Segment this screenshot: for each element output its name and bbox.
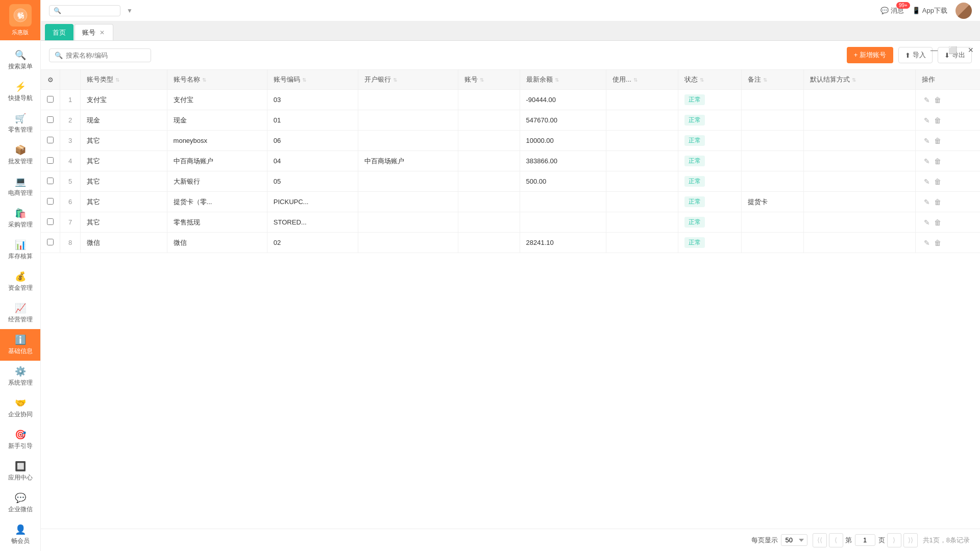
col-name[interactable]: 账号名称⇅ bbox=[167, 70, 267, 90]
sidebar-item-guide[interactable]: 🎯 新手引导 bbox=[0, 424, 40, 456]
minimize-button[interactable]: — bbox=[925, 41, 943, 59]
sidebar-item-finance[interactable]: 💰 资金管理 bbox=[0, 266, 40, 297]
edit-button[interactable]: ✎ bbox=[922, 95, 932, 105]
col-balance[interactable]: 最新余额⇅ bbox=[520, 70, 606, 90]
edit-button[interactable]: ✎ bbox=[922, 217, 932, 228]
row-checkbox[interactable] bbox=[47, 96, 54, 103]
edit-button[interactable]: ✎ bbox=[922, 238, 932, 248]
row-checkbox[interactable] bbox=[47, 116, 54, 123]
page-word-after: 页 bbox=[878, 536, 885, 545]
row-checkbox[interactable] bbox=[47, 198, 54, 205]
row-checkbox[interactable] bbox=[47, 137, 54, 143]
sidebar-item-purchase[interactable]: 🛍️ 采购管理 bbox=[0, 203, 40, 234]
sidebar-item-ecommerce[interactable]: 💻 电商管理 bbox=[0, 171, 40, 203]
table-cell: ✎🗑 bbox=[915, 151, 980, 171]
table-cell bbox=[458, 131, 520, 151]
app-download-button[interactable]: 📱 App下载 bbox=[912, 6, 947, 15]
page-number-input[interactable] bbox=[855, 534, 875, 546]
edit-button[interactable]: ✎ bbox=[922, 197, 932, 207]
sidebar-item-agreement[interactable]: 🤝 企业协同 bbox=[0, 392, 40, 424]
guide-icon: 🎯 bbox=[15, 429, 26, 440]
last-page-button[interactable]: ⟩⟩ bbox=[903, 533, 918, 547]
col-status[interactable]: 状态⇅ bbox=[678, 70, 741, 90]
sidebar-item-wholesale[interactable]: 📦 批发管理 bbox=[0, 139, 40, 171]
tab-account[interactable]: 账号 ✕ bbox=[75, 24, 113, 40]
sidebar-item-inventory[interactable]: 📊 库存核算 bbox=[0, 234, 40, 266]
maximize-button[interactable]: ⬜ bbox=[943, 41, 962, 59]
col-usage[interactable]: 使用...⇅ bbox=[606, 70, 678, 90]
delete-button[interactable]: 🗑 bbox=[932, 136, 943, 146]
sidebar-item-member[interactable]: 👤 畅会员 bbox=[0, 519, 40, 550]
delete-button[interactable]: 🗑 bbox=[932, 95, 943, 105]
prev-page-button[interactable]: ⟨ bbox=[829, 533, 843, 547]
close-button[interactable]: ✕ bbox=[962, 41, 980, 59]
sidebar-item-label: 快捷导航 bbox=[8, 94, 33, 103]
table-cell bbox=[606, 90, 678, 110]
col-bank[interactable]: 开户银行⇅ bbox=[358, 70, 458, 90]
row-checkbox[interactable] bbox=[47, 218, 54, 225]
header-search[interactable]: 🔍 bbox=[49, 5, 120, 16]
main-area: 🔍 ▼ 💬 消息 99+ 📱 App下载 首页 账号 ✕ bbox=[41, 0, 980, 551]
next-page-button[interactable]: ⟩ bbox=[887, 533, 901, 547]
user-avatar[interactable] bbox=[955, 3, 972, 19]
col-code[interactable]: 账号编码⇅ bbox=[267, 70, 358, 90]
account-search-box[interactable]: 🔍 bbox=[49, 48, 151, 62]
sidebar-item-label: 基础信息 bbox=[8, 347, 33, 356]
table-cell bbox=[803, 212, 915, 233]
sidebar-item-app-center[interactable]: 🔲 应用中心 bbox=[0, 456, 40, 487]
tab-home[interactable]: 首页 bbox=[45, 24, 74, 40]
col-account[interactable]: 账号⇅ bbox=[458, 70, 520, 90]
tab-close-icon[interactable]: ✕ bbox=[99, 29, 106, 37]
header-dropdown-arrow[interactable]: ▼ bbox=[127, 7, 133, 14]
table-cell: PICKUPC... bbox=[267, 192, 358, 212]
edit-button[interactable]: ✎ bbox=[922, 115, 932, 126]
first-page-button[interactable]: ⟨⟨ bbox=[813, 533, 827, 547]
table-cell bbox=[41, 151, 60, 171]
table-cell bbox=[41, 212, 60, 233]
table-cell: 正常 bbox=[678, 192, 741, 212]
table-cell bbox=[606, 151, 678, 171]
tab-bar: 首页 账号 ✕ bbox=[41, 21, 980, 41]
app-subtitle: 乐惠版 bbox=[12, 29, 29, 36]
delete-button[interactable]: 🗑 bbox=[932, 156, 943, 166]
sidebar-item-system[interactable]: ⚙️ 系统管理 bbox=[0, 361, 40, 392]
delete-button[interactable]: 🗑 bbox=[932, 217, 943, 228]
col-type[interactable]: 账号类型⇅ bbox=[81, 70, 167, 90]
delete-button[interactable]: 🗑 bbox=[932, 115, 943, 126]
delete-button[interactable]: 🗑 bbox=[932, 197, 943, 207]
edit-button[interactable]: ✎ bbox=[922, 136, 932, 146]
table-cell: 05 bbox=[267, 171, 358, 192]
table-cell: 大新银行 bbox=[167, 171, 267, 192]
sidebar-item-enterprise-wechat[interactable]: 💬 企业微信 bbox=[0, 487, 40, 519]
table-cell bbox=[520, 192, 606, 212]
add-account-button[interactable]: + 新增账号 bbox=[847, 47, 893, 63]
row-checkbox[interactable] bbox=[47, 239, 54, 245]
sidebar-item-search[interactable]: 🔍 搜索菜单 bbox=[0, 44, 40, 76]
import-label: 导入 bbox=[913, 51, 926, 60]
col-remark[interactable]: 备注⇅ bbox=[741, 70, 803, 90]
table-row: 2现金现金01547670.00正常✎🗑 bbox=[41, 110, 980, 131]
app-center-icon: 🔲 bbox=[15, 461, 26, 472]
delete-button[interactable]: 🗑 bbox=[932, 177, 943, 187]
sidebar-item-basic[interactable]: ℹ️ 基础信息 bbox=[0, 329, 40, 361]
col-settings[interactable]: ⚙ bbox=[41, 70, 60, 90]
message-badge: 99+ bbox=[896, 2, 910, 9]
row-checkbox[interactable] bbox=[47, 178, 54, 184]
sidebar-item-quick-nav[interactable]: ⚡ 快捷导航 bbox=[0, 76, 40, 108]
row-checkbox[interactable] bbox=[47, 157, 54, 164]
table-cell: 中百商场账户 bbox=[167, 151, 267, 171]
search-input[interactable] bbox=[66, 52, 145, 59]
page-size-select[interactable]: 50 10 20 100 bbox=[781, 534, 807, 546]
delete-button[interactable]: 🗑 bbox=[932, 238, 943, 248]
table-row: 6其它提货卡（零...PICKUPC...正常提货卡✎🗑 bbox=[41, 192, 980, 212]
table-cell: 03 bbox=[267, 90, 358, 110]
edit-button[interactable]: ✎ bbox=[922, 177, 932, 187]
edit-button[interactable]: ✎ bbox=[922, 156, 932, 166]
table-cell: 4 bbox=[60, 151, 81, 171]
sidebar-item-operation[interactable]: 📈 经营管理 bbox=[0, 297, 40, 329]
col-default-settle[interactable]: 默认结算方式⇅ bbox=[803, 70, 915, 90]
table-cell bbox=[458, 212, 520, 233]
sidebar-item-retail[interactable]: 🛒 零售管理 bbox=[0, 108, 40, 139]
message-button[interactable]: 💬 消息 99+ bbox=[880, 6, 904, 15]
table-cell: ✎🗑 bbox=[915, 90, 980, 110]
